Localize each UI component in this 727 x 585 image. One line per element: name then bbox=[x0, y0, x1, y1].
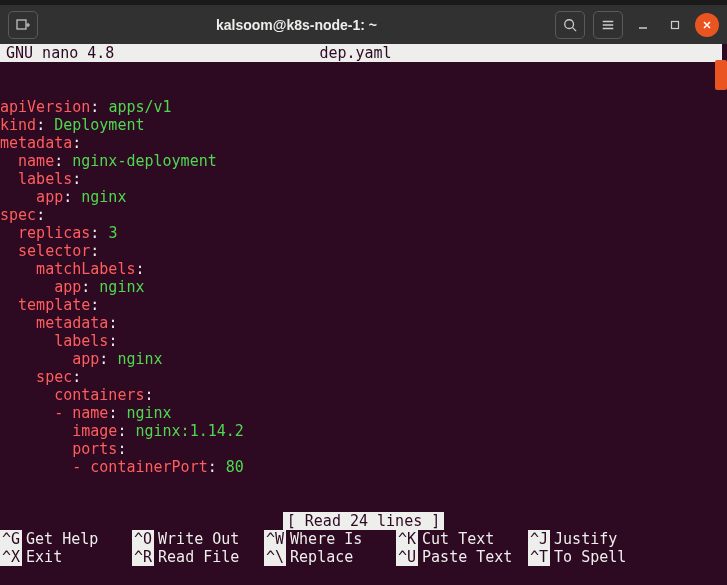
hamburger-icon bbox=[601, 18, 615, 32]
shortcut-item: ^WWhere Is bbox=[264, 530, 396, 548]
code-line: replicas: 3 bbox=[0, 224, 727, 242]
code-line: kind: Deployment bbox=[0, 116, 727, 134]
close-button[interactable] bbox=[695, 13, 719, 37]
svg-point-1 bbox=[565, 19, 574, 28]
shortcut-label: Justify bbox=[554, 530, 617, 548]
maximize-icon bbox=[670, 20, 680, 30]
code-line: name: nginx-deployment bbox=[0, 152, 727, 170]
status-message: [ Read 24 lines ] bbox=[283, 512, 445, 530]
scrollbar-thumb[interactable] bbox=[715, 60, 727, 90]
code-line: app: nginx bbox=[0, 278, 727, 296]
shortcut-item: ^RRead File bbox=[132, 548, 264, 566]
close-icon bbox=[702, 20, 712, 30]
shortcut-item: ^TTo Spell bbox=[528, 548, 660, 566]
shortcut-key: ^U bbox=[396, 548, 418, 566]
tab-plus-icon bbox=[15, 17, 31, 33]
code-line: labels: bbox=[0, 332, 727, 350]
code-line: apiVersion: apps/v1 bbox=[0, 98, 727, 116]
code-line: metadata: bbox=[0, 134, 727, 152]
svg-rect-0 bbox=[17, 20, 26, 29]
code-line: containers: bbox=[0, 386, 727, 404]
svg-rect-2 bbox=[672, 21, 679, 28]
shortcut-key: ^T bbox=[528, 548, 550, 566]
shortcut-key: ^O bbox=[132, 530, 154, 548]
search-icon bbox=[563, 18, 577, 32]
new-tab-button[interactable] bbox=[8, 11, 38, 39]
shortcut-key: ^J bbox=[528, 530, 550, 548]
shortcut-label: Replace bbox=[290, 548, 353, 566]
shortcut-item: ^KCut Text bbox=[396, 530, 528, 548]
code-line: selector: bbox=[0, 242, 727, 260]
code-line: ports: bbox=[0, 440, 727, 458]
code-line: labels: bbox=[0, 170, 727, 188]
code-line: app: nginx bbox=[0, 350, 727, 368]
shortcut-key: ^\ bbox=[264, 548, 286, 566]
shortcut-bar: ^GGet Help^OWrite Out^WWhere Is^KCut Tex… bbox=[0, 530, 727, 566]
maximize-button[interactable] bbox=[663, 13, 687, 37]
code-line: spec: bbox=[0, 206, 727, 224]
search-button[interactable] bbox=[555, 11, 585, 39]
minimize-icon bbox=[638, 20, 648, 30]
shortcut-key: ^G bbox=[0, 530, 22, 548]
shortcut-key: ^X bbox=[0, 548, 22, 566]
code-line: - containerPort: 80 bbox=[0, 458, 727, 476]
shortcut-item: ^UPaste Text bbox=[396, 548, 528, 566]
code-line: app: nginx bbox=[0, 188, 727, 206]
window-title: kalsoom@k8s-node-1: ~ bbox=[38, 17, 555, 33]
code-line: matchLabels: bbox=[0, 260, 727, 278]
nano-filename: dep.yaml bbox=[319, 44, 391, 62]
shortcut-label: To Spell bbox=[554, 548, 626, 566]
titlebar-left bbox=[8, 11, 38, 39]
shortcut-label: Write Out bbox=[158, 530, 239, 548]
shortcut-item: ^JJustify bbox=[528, 530, 660, 548]
code-line: template: bbox=[0, 296, 727, 314]
shortcut-item: ^OWrite Out bbox=[132, 530, 264, 548]
titlebar-right bbox=[555, 11, 719, 39]
shortcut-key: ^W bbox=[264, 530, 286, 548]
shortcut-item: ^GGet Help bbox=[0, 530, 132, 548]
titlebar: kalsoom@k8s-node-1: ~ bbox=[0, 0, 727, 44]
editor-content[interactable]: apiVersion: apps/v1kind: Deploymentmetad… bbox=[0, 62, 727, 512]
code-line: metadata: bbox=[0, 314, 727, 332]
shortcut-label: Read File bbox=[158, 548, 239, 566]
shortcut-item: ^\Replace bbox=[264, 548, 396, 566]
code-line: - name: nginx bbox=[0, 404, 727, 422]
shortcut-label: Exit bbox=[26, 548, 62, 566]
shortcut-item: ^XExit bbox=[0, 548, 132, 566]
shortcut-key: ^K bbox=[396, 530, 418, 548]
nano-header: GNU nano 4.8 dep.yaml bbox=[0, 44, 722, 62]
minimize-button[interactable] bbox=[631, 13, 655, 37]
shortcut-label: Paste Text bbox=[422, 548, 512, 566]
shortcut-key: ^R bbox=[132, 548, 154, 566]
status-line: [ Read 24 lines ] bbox=[0, 512, 727, 530]
shortcut-label: Where Is bbox=[290, 530, 362, 548]
nano-app-name: GNU nano 4.8 bbox=[6, 44, 114, 62]
code-line: image: nginx:1.14.2 bbox=[0, 422, 727, 440]
shortcut-label: Get Help bbox=[26, 530, 98, 548]
code-line: spec: bbox=[0, 368, 727, 386]
shortcut-label: Cut Text bbox=[422, 530, 494, 548]
menu-button[interactable] bbox=[593, 11, 623, 39]
